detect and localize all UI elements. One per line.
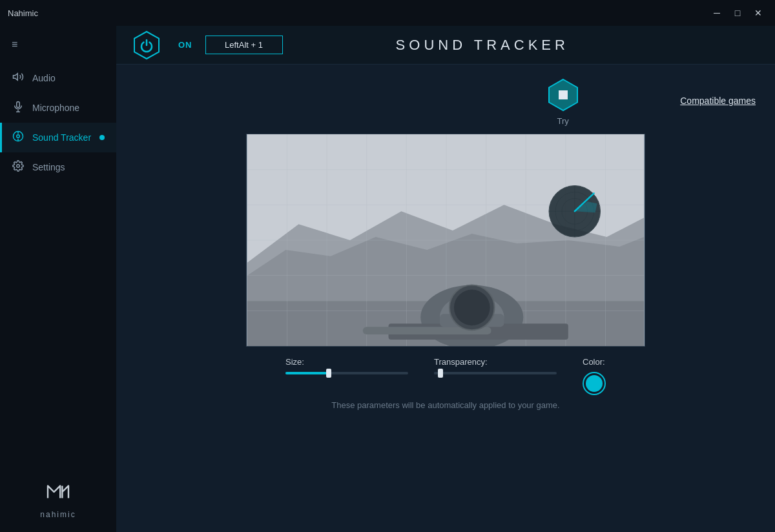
- audio-label: Audio: [32, 73, 56, 83]
- size-slider-track[interactable]: [285, 372, 408, 374]
- title-bar-left: Nahimic: [8, 8, 38, 18]
- sidebar-item-audio[interactable]: Audio: [0, 63, 116, 93]
- scene-svg: [247, 134, 645, 346]
- svg-marker-0: [14, 74, 18, 81]
- page-title: Sound Tracker: [296, 37, 670, 54]
- settings-icon: [12, 160, 25, 174]
- title-bar: Nahimic ─ □ ✕: [0, 0, 775, 26]
- main-content: ON LeftAlt + 1 Sound Tracker Try: [116, 26, 775, 532]
- app-name: Nahimic: [8, 8, 38, 18]
- transparency-label: Transparency:: [434, 357, 557, 367]
- settings-label: Settings: [32, 162, 65, 172]
- svg-point-8: [17, 165, 20, 168]
- active-indicator: [99, 135, 105, 140]
- sliders-row: Size: Transparency:: [285, 357, 606, 395]
- hamburger-menu[interactable]: ≡: [0, 31, 116, 58]
- compatible-games-link[interactable]: Compatible games: [680, 96, 756, 106]
- microphone-icon: [12, 101, 25, 115]
- color-picker-button[interactable]: [583, 372, 606, 395]
- color-circle: [586, 375, 603, 392]
- maximize-button[interactable]: □: [728, 6, 747, 19]
- content-area: Try Compatible games: [116, 65, 775, 532]
- minimize-button[interactable]: ─: [708, 6, 726, 19]
- sidebar-item-sound-tracker[interactable]: Sound Tracker: [0, 123, 116, 152]
- params-note: These parameters will be automatically a…: [331, 400, 559, 410]
- nahimic-brand-label: nahimic: [40, 510, 76, 519]
- size-label: Size:: [285, 357, 408, 367]
- sidebar-item-settings[interactable]: Settings: [0, 152, 116, 182]
- main-header: ON LeftAlt + 1 Sound Tracker: [116, 26, 775, 65]
- sidebar-nav: Audio Microphone: [0, 58, 116, 464]
- size-slider-group: Size:: [285, 357, 408, 374]
- app-body: ≡ Audio: [0, 26, 775, 532]
- try-section: Try Compatible games: [136, 77, 756, 126]
- svg-rect-1: [17, 102, 20, 108]
- sound-tracker-label: Sound Tracker: [32, 132, 91, 143]
- size-slider-fill: [285, 372, 329, 374]
- color-group: Color:: [583, 357, 606, 395]
- size-slider-thumb[interactable]: [326, 369, 331, 378]
- try-container: Try: [546, 77, 581, 126]
- game-preview: [246, 134, 645, 347]
- svg-rect-11: [559, 90, 568, 99]
- controls-section: Size: Transparency:: [246, 357, 645, 410]
- nahimic-logo-icon: [43, 476, 74, 507]
- microphone-label: Microphone: [32, 103, 79, 113]
- try-hexagon-button[interactable]: [546, 77, 581, 112]
- power-state-label: ON: [178, 40, 192, 50]
- svg-point-37: [454, 290, 490, 326]
- color-label: Color:: [583, 357, 606, 367]
- audio-icon: [12, 71, 25, 85]
- power-button[interactable]: [132, 30, 161, 60]
- sidebar-item-microphone[interactable]: Microphone: [0, 93, 116, 123]
- try-hexagon-svg: [546, 77, 581, 112]
- transparency-slider-thumb[interactable]: [438, 369, 443, 378]
- transparency-slider-track[interactable]: [434, 372, 557, 374]
- title-bar-controls: ─ □ ✕: [708, 6, 767, 19]
- sidebar-logo: nahimic: [0, 464, 116, 532]
- hotkey-display[interactable]: LeftAlt + 1: [205, 36, 283, 54]
- close-button[interactable]: ✕: [749, 6, 767, 19]
- transparency-slider-group: Transparency:: [434, 357, 557, 374]
- sound-tracker-icon: [12, 130, 25, 145]
- svg-point-5: [17, 135, 20, 138]
- sidebar: ≡ Audio: [0, 26, 116, 532]
- try-label: Try: [557, 116, 568, 126]
- hexagon-bg: [132, 30, 161, 60]
